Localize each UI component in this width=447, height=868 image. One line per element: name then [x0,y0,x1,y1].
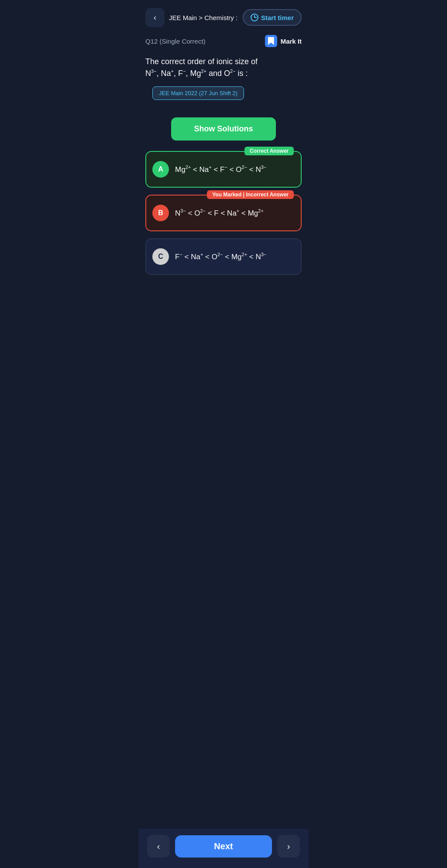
mark-it-button[interactable]: Mark It [265,35,302,47]
mark-it-label: Mark It [281,38,302,45]
exam-tag-wrap: JEE Main 2022 (27 Jun Shift 2) [138,86,309,117]
header: ‹ JEE Main > Chemistry : Start timer [138,0,309,32]
question-line2: N3−, Na+, F−, Mg2+ and O2− is : [145,69,248,78]
option-a-formula: Mg2+ < Na+ < F− < O2− < N3− [175,164,266,175]
correct-answer-badge: Correct Answer [244,147,294,155]
option-b-circle: B [152,205,169,221]
option-c-container[interactable]: C F− < Na+ < O2− < Mg2+ < N3− [145,238,302,275]
option-c-inner: C F− < Na+ < O2− < Mg2+ < N3− [146,239,301,274]
question-number: Q12 (Single Correct) [145,38,206,45]
option-a-circle: A [152,161,169,178]
start-timer-button[interactable]: Start timer [243,9,302,26]
incorrect-answer-badge: You Marked | Incorrect Answer [207,190,294,199]
option-c-formula: F− < Na+ < O2− < Mg2+ < N3− [175,251,266,262]
option-c-circle: C [152,248,169,265]
bookmark-icon [265,35,277,47]
option-b-container[interactable]: You Marked | Incorrect Answer B N3− < O2… [145,195,302,231]
back-button[interactable]: ‹ [145,8,165,27]
back-icon: ‹ [154,13,156,22]
option-a-container[interactable]: Correct Answer A Mg2+ < Na+ < F− < O2− <… [145,151,302,188]
bottom-spacer [138,275,309,314]
show-solutions-section: Show Solutions [138,117,309,151]
exam-tag: JEE Main 2022 (27 Jun Shift 2) [152,86,244,100]
option-b-formula: N3− < O2− < F < Na+ < Mg2+ [175,207,264,219]
show-solutions-button[interactable]: Show Solutions [171,117,276,141]
question-text: The correct order of ionic size of N3−, … [138,52,309,86]
bookmark-shape [268,37,274,45]
options-section: Correct Answer A Mg2+ < Na+ < F− < O2− <… [138,151,309,275]
breadcrumb: JEE Main > Chemistry : [169,14,238,21]
question-meta: Q12 (Single Correct) Mark It [138,32,309,52]
option-b-inner: B N3− < O2− < F < Na+ < Mg2+ [146,196,301,230]
timer-label: Start timer [261,14,294,21]
option-a-inner: A Mg2+ < Na+ < F− < O2− < N3− [146,152,301,187]
question-line1: The correct order of ionic size of [145,57,258,66]
timer-icon [251,14,258,21]
